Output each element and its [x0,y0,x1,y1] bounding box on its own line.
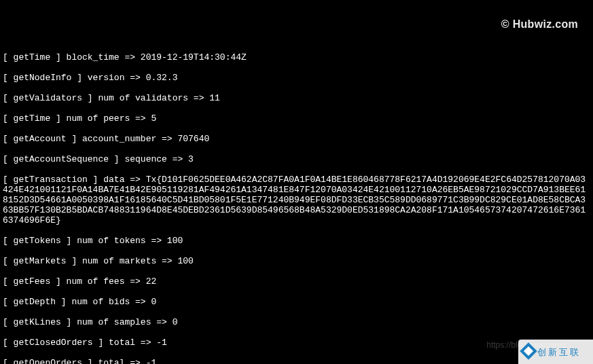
log-line: [ getTime ] num of peers => 5 [3,113,590,124]
log-line: [ getAccountSequence ] sequence => 3 [3,154,590,164]
log-line: [ getNodeInfo ] version => 0.32.3 [3,73,590,83]
log-line: [ getAccount ] account_number => 707640 [3,134,590,144]
log-line: [ getTokens ] num of tokens => 100 [3,236,590,246]
log-line: [ getKLines ] num of samples => 0 [3,317,590,327]
log-line: [ getValidators ] num of validators => 1… [3,93,590,103]
terminal-output: [ getTime ] block_time => 2019-12-19T14:… [0,41,593,364]
log-line: [ getMarkets ] num of markets => 100 [3,256,590,266]
log-line: [ getOpenOrders ] total => -1 [3,358,590,364]
log-line: [ getTime ] block_time => 2019-12-19T14:… [3,52,590,62]
log-line: [ getDepth ] num of bids => 0 [3,297,590,307]
tx-prefix: [ getTransaction ] data => [3,175,146,185]
hubwiz-watermark: © Hubwiz.com [501,19,578,29]
log-line: [ getClosedOrders ] total => -1 [3,338,590,348]
log-line: [ getFees ] num of fees => 22 [3,276,590,287]
log-line-transaction: [ getTransaction ] data => Tx{D101F0625D… [3,175,590,225]
